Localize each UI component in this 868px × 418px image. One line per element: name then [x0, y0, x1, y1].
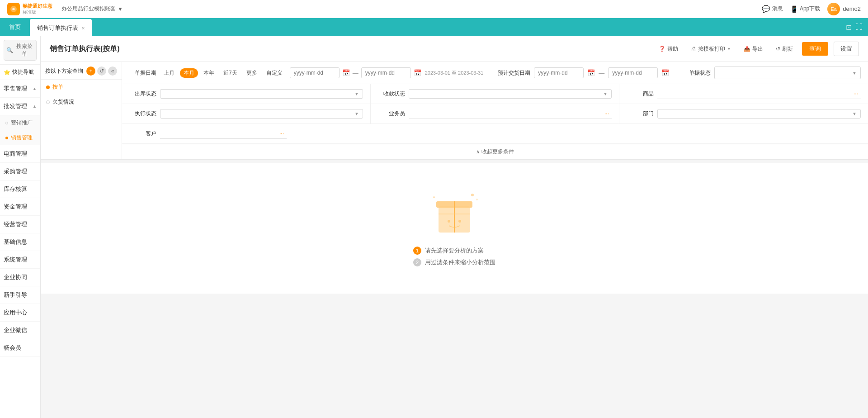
warehouse-status-label: 出库状态 — [129, 90, 156, 98]
collapse-bar[interactable]: ∧ 收起更多条件 — [122, 144, 868, 159]
dept-cell: 部门 ▼ — [619, 104, 868, 124]
salesperson-more-icon[interactable]: ··· — [604, 110, 609, 117]
tip-num-2: 2 — [413, 258, 421, 266]
calendar-expected-end-icon[interactable]: 📅 — [661, 69, 669, 76]
main-layout: 🔍 搜索菜单 ⭐ 快捷导航 零售管理 批发管理 营销推广 销售管理 电商管理 采… — [0, 36, 868, 418]
export-label: 导出 — [752, 45, 763, 53]
svg-point-9 — [458, 220, 461, 223]
scheme-collapse-button[interactable]: « — [108, 66, 117, 76]
scheme-add-button[interactable]: + — [86, 66, 95, 76]
message-button[interactable]: 💬 消息 — [762, 5, 783, 13]
newbie-label: 新手引导 — [4, 291, 27, 299]
wholesale-label: 批发管理 — [4, 102, 27, 110]
sidebar-item-marketing[interactable]: 营销推广 — [0, 115, 40, 130]
sidebar-item-inventory[interactable]: 库存核算 — [0, 180, 40, 198]
filter-rows: 单据日期 上月 本月 本年 近7天 更多 自定义 � — [122, 62, 868, 159]
query-button[interactable]: 查询 — [802, 42, 828, 56]
retail-label: 零售管理 — [4, 85, 27, 93]
sidebar-search-area: 🔍 搜索菜单 — [0, 36, 40, 65]
help-button[interactable]: ❓ 帮助 — [655, 43, 682, 55]
sidebar-item-sales-mgmt[interactable]: 销售管理 — [0, 130, 40, 145]
date-tab-近7天[interactable]: 近7天 — [220, 68, 241, 78]
date-range-display: 2023-03-01 至 2023-03-31 — [425, 70, 484, 76]
date-tab-更多[interactable]: 更多 — [243, 68, 261, 78]
sidebar-item-operations[interactable]: 经营管理 — [0, 216, 40, 233]
date-tab-上月[interactable]: 上月 — [160, 68, 178, 78]
sidebar-item-system[interactable]: 系统管理 — [0, 251, 40, 269]
print-label: 按模板打印 — [698, 45, 725, 53]
sidebar-item-finance[interactable]: 资金管理 — [0, 198, 40, 216]
marketing-label: 营销推广 — [11, 119, 33, 127]
sidebar-item-enterprise[interactable]: 企业协同 — [0, 269, 40, 286]
print-button[interactable]: 🖨 按模板打印 ▼ — [687, 43, 735, 55]
purchase-label: 采购管理 — [4, 167, 27, 176]
payment-status-select[interactable]: ▼ — [409, 89, 612, 99]
warehouse-status-select[interactable]: ▼ — [160, 89, 363, 99]
customer-input[interactable]: ··· — [160, 128, 287, 139]
export-button[interactable]: 📤 导出 — [740, 43, 767, 55]
breadcrumb-text: 办公用品行业模拟账套 — [61, 5, 116, 13]
tab-home[interactable]: 首页 — [0, 18, 30, 36]
refresh-icon: ↺ — [776, 46, 780, 52]
exec-status-select[interactable]: ▼ — [160, 109, 363, 119]
scheme-item-按单[interactable]: 按单 — [41, 80, 122, 95]
scheme-item-欠货[interactable]: 欠货情况 — [41, 95, 122, 109]
expected-date-start-input[interactable] — [534, 67, 584, 78]
user-menu[interactable]: Ea demo2 — [827, 3, 861, 15]
sidebar-item-member[interactable]: 畅会员 — [0, 339, 40, 357]
sidebar-item-appstore[interactable]: 应用中心 — [0, 304, 40, 322]
goods-more-icon[interactable]: ··· — [854, 90, 858, 97]
maximize-icon[interactable]: ⛶ — [855, 23, 863, 31]
restore-icon[interactable]: ⊡ — [846, 23, 852, 32]
refresh-button[interactable]: ↺ 刷新 — [772, 43, 797, 55]
date-tab-本年[interactable]: 本年 — [200, 68, 218, 78]
finance-label: 资金管理 — [4, 203, 27, 211]
search-menu-button[interactable]: 🔍 搜索菜单 — [4, 40, 37, 61]
date-tab-自定义[interactable]: 自定义 — [263, 68, 286, 78]
logo-text-line2: 标准版 — [23, 9, 52, 15]
sidebar-item-wholesale[interactable]: 批发管理 — [0, 98, 40, 115]
scheme-panel: 按以下方案查询 + ↺ « 按单 欠货情况 — [41, 62, 122, 159]
logo-icon — [7, 3, 20, 15]
filter-row-3: 执行状态 ▼ 业务员 ··· — [122, 104, 868, 124]
scheme-item-label-按单: 按单 — [52, 83, 63, 91]
dept-select[interactable]: ▼ — [657, 109, 861, 119]
print-icon: 🖨 — [691, 46, 696, 52]
sales-mgmt-label: 销售管理 — [11, 134, 33, 142]
ecommerce-label: 电商管理 — [4, 150, 27, 158]
customer-more-icon[interactable]: ··· — [279, 130, 284, 137]
sidebar-item-purchase[interactable]: 采购管理 — [0, 163, 40, 180]
salesperson-input[interactable]: ··· — [409, 109, 612, 119]
scheme-refresh-button[interactable]: ↺ — [97, 66, 106, 76]
empty-state: 1 请先选择要分析的方案 2 用过滤条件来缩小分析范围 — [41, 163, 868, 294]
sidebar-item-wechat[interactable]: 企业微信 — [0, 322, 40, 339]
tab-bar-right: ⊡ ⛶ — [846, 23, 868, 32]
date-start-input[interactable] — [290, 67, 340, 78]
date-end-input[interactable] — [361, 67, 411, 78]
sidebar-item-newbie[interactable]: 新手引导 — [0, 286, 40, 304]
date-tab-本月[interactable]: 本月 — [180, 68, 198, 78]
sidebar-item-quick-nav[interactable]: ⭐ 快捷导航 — [0, 65, 40, 80]
goods-cell: 商品 ··· — [619, 84, 868, 104]
inventory-label: 库存核算 — [4, 185, 27, 193]
page-content: 销售订单执行表(按单) ❓ 帮助 🖨 按模板打印 ▼ 📤 导出 — [41, 36, 868, 418]
payment-status-arrow-icon: ▼ — [603, 91, 608, 96]
calendar-end-icon[interactable]: 📅 — [414, 69, 421, 76]
tip-text-1: 请先选择要分析的方案 — [425, 247, 484, 255]
doc-status-arrow-icon: ▼ — [852, 71, 857, 76]
operations-label: 经营管理 — [4, 220, 27, 228]
calendar-expected-start-icon[interactable]: 📅 — [587, 69, 595, 76]
expected-date-end-input[interactable] — [608, 67, 658, 78]
settings-button[interactable]: 设置 — [834, 42, 859, 56]
app-download-button[interactable]: 📱 App下载 — [790, 5, 820, 13]
sidebar-item-ecommerce[interactable]: 电商管理 — [0, 145, 40, 163]
doc-status-select[interactable]: ▼ — [714, 66, 861, 79]
breadcrumb[interactable]: 办公用品行业模拟账套 ▼ — [61, 5, 123, 13]
sidebar-item-basic[interactable]: 基础信息 — [0, 233, 40, 251]
tab-close-icon[interactable]: × — [82, 25, 85, 31]
content-area: 销售订单执行表(按单) ❓ 帮助 🖨 按模板打印 ▼ 📤 导出 — [41, 36, 868, 418]
goods-input[interactable]: ··· — [657, 89, 861, 99]
calendar-start-icon[interactable]: 📅 — [342, 69, 350, 76]
tab-sales-order[interactable]: 销售订单执行表 × — [30, 19, 92, 37]
sidebar-item-retail[interactable]: 零售管理 — [0, 80, 40, 98]
